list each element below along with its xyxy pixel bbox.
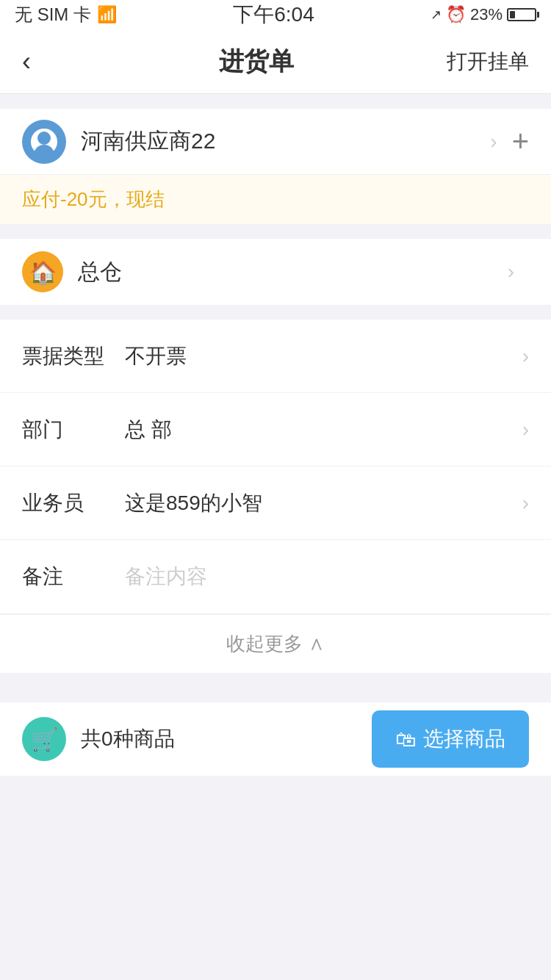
supplier-card: 河南供应商22 › + 应付-20元，现结 [0,109,551,224]
select-product-button[interactable]: 🛍 选择商品 [372,710,529,768]
department-value: 总 部 [118,416,522,444]
select-product-icon: 🛍 [395,727,416,752]
add-supplier-button[interactable]: + [512,125,529,158]
product-count: 共0种商品 [81,725,372,753]
warehouse-row[interactable]: 🏠 总仓 › [0,239,551,305]
invoice-type-value: 不开票 [118,342,522,370]
salesperson-value: 这是859的小智 [118,489,522,517]
remark-row[interactable]: 备注 备注内容 [0,540,551,613]
house-icon: 🏠 [29,259,57,285]
back-button[interactable]: ‹ [22,46,66,77]
remark-label: 备注 [22,563,118,591]
warehouse-card[interactable]: 🏠 总仓 › [0,239,551,305]
avatar-icon [31,129,57,155]
notice-text: 应付-20元，现结 [22,188,165,210]
salesperson-label: 业务员 [22,489,118,517]
supplier-name: 河南供应商22 [81,126,490,156]
select-product-label: 选择商品 [423,725,505,753]
notice-bar: 应付-20元，现结 [0,175,551,224]
open-pending-button[interactable]: 打开挂单 [447,48,529,76]
status-time: 下午6:04 [233,1,314,29]
carrier-label: 无 SIM 卡 [15,3,91,26]
collapse-label[interactable]: 收起更多 ∧ [226,631,324,657]
invoice-type-row[interactable]: 票据类型 不开票 › [0,320,551,393]
salesperson-chevron-icon: › [522,491,529,515]
department-label: 部门 [22,416,118,444]
wifi-icon: 📶 [97,5,117,24]
department-chevron-icon: › [522,418,529,442]
supplier-chevron-icon: › [490,130,497,154]
status-left: 无 SIM 卡 📶 [15,3,117,26]
department-row[interactable]: 部门 总 部 › [0,393,551,466]
warehouse-name: 总仓 [78,257,508,287]
location-icon: ↗ [431,7,442,23]
product-icon: 🛒 [22,717,66,761]
section-gap-1 [0,94,551,109]
battery-icon [507,8,536,21]
warehouse-chevron-icon: › [508,260,514,284]
battery-percent: 23% [470,5,503,24]
invoice-type-label: 票据类型 [22,342,118,370]
status-right: ↗ ⏰ 23% [431,5,536,24]
invoice-type-chevron-icon: › [522,345,529,368]
section-gap-2 [0,224,551,239]
nav-bar: ‹ 进货单 打开挂单 [0,29,551,94]
section-gap-3 [0,673,551,688]
form-section: 票据类型 不开票 › 部门 总 部 › 业务员 这是859的小智 › 备注 备注… [0,320,551,613]
salesperson-row[interactable]: 业务员 这是859的小智 › [0,466,551,540]
collapse-row[interactable]: 收起更多 ∧ [0,614,551,673]
person-head-shape [37,131,51,145]
page-title: 进货单 [219,45,294,79]
person-body-shape [34,145,54,156]
cart-icon: 🛒 [31,727,58,752]
supplier-row[interactable]: 河南供应商22 › + [0,109,551,175]
product-bar: 🛒 共0种商品 🛍 选择商品 [0,702,551,776]
status-bar: 无 SIM 卡 📶 下午6:04 ↗ ⏰ 23% [0,0,551,29]
remark-input[interactable]: 备注内容 [118,563,529,591]
warehouse-icon: 🏠 [22,251,63,292]
supplier-avatar [22,120,66,164]
alarm-icon: ⏰ [446,5,466,24]
